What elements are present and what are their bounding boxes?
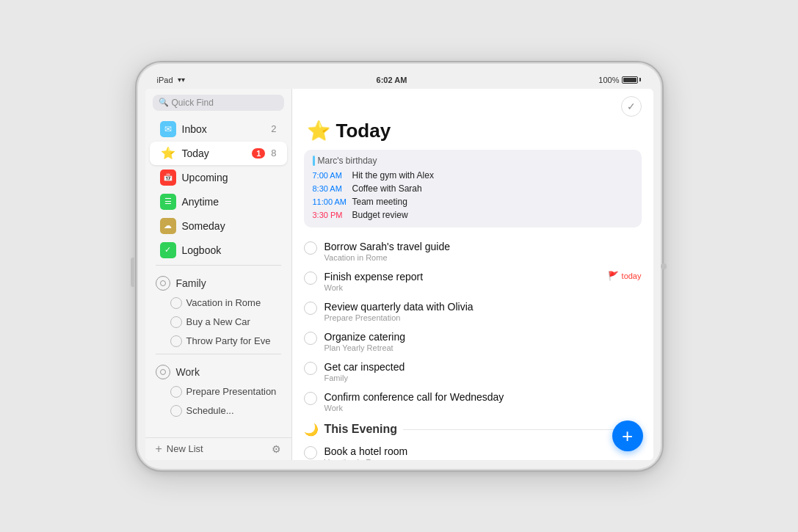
schedule-item-2: 11:00 AM Team meeting	[313, 195, 633, 208]
device-label: iPad	[157, 76, 173, 84]
inbox-label: Inbox	[182, 123, 266, 135]
wifi-icon: ▾▾	[178, 76, 185, 84]
list-item-throw-party[interactable]: Throw Party for Eve	[145, 332, 291, 351]
list-bullet	[170, 297, 182, 309]
task-checkbox[interactable]	[304, 272, 317, 285]
list-item-prepare-presentation[interactable]: Prepare Presentation	[145, 382, 291, 401]
list-bullet	[170, 335, 182, 347]
task-checkbox[interactable]	[304, 446, 317, 459]
task-text-wrap: Review quarterly data with Olivia Prepar…	[324, 301, 642, 322]
sidebar-item-today[interactable]: ⭐ Today 1 8	[150, 142, 287, 165]
evening-divider	[403, 429, 641, 430]
task-title: Confirm conference call for Wednesday	[324, 391, 642, 403]
plus-icon: +	[622, 426, 633, 445]
today-section-title: ⭐ Today	[292, 120, 653, 150]
task-subtitle: Vacation in Rome	[324, 458, 642, 460]
task-checkbox[interactable]	[304, 392, 317, 405]
clock: 6:02 AM	[377, 76, 407, 84]
schedule-time: 8:30 AM	[313, 184, 348, 193]
someday-icon: ☁	[160, 218, 176, 234]
evening-section-header: 🌙 This Evening	[292, 417, 653, 441]
sidebar-item-logbook[interactable]: ✓ Logbook	[150, 238, 287, 262]
family-group-label: Family	[176, 277, 206, 289]
today-badge: 1	[252, 148, 265, 158]
new-list-label[interactable]: New List	[167, 443, 267, 454]
work-group-icon	[156, 365, 170, 379]
new-list-plus-icon: +	[156, 442, 162, 456]
task-text-wrap: Organize catering Plan Yearly Retreat	[324, 331, 642, 352]
birthday-dot	[313, 156, 315, 166]
task-item-4[interactable]: Get car inspected Family	[292, 357, 653, 387]
camera	[661, 263, 667, 269]
task-item-5[interactable]: Confirm conference call for Wednesday Wo…	[292, 387, 653, 417]
task-text-wrap: Borrow Sarah's travel guide Vacation in …	[324, 241, 642, 262]
task-text-wrap: Finish expense report Work	[324, 271, 601, 292]
main-content: ✓ ⭐ Today Marc's birthday 7:00 AM Hit th…	[292, 89, 653, 460]
inbox-count: 2	[271, 123, 276, 134]
sidebar-divider-2	[156, 354, 281, 354]
task-checkbox[interactable]	[304, 241, 317, 255]
settings-icon[interactable]: ⚙	[272, 443, 281, 455]
list-item-buy-new-car[interactable]: Buy a New Car	[145, 313, 291, 332]
task-checkbox[interactable]	[304, 302, 317, 315]
battery-icon	[622, 76, 641, 84]
list-item-label: Vacation in Rome	[186, 297, 261, 308]
today-count: 8	[271, 147, 276, 158]
list-item-label: Schedule...	[186, 405, 234, 416]
ipad-content: 🔍 Quick Find ✉ Inbox 2 ⭐ Today 1 8	[145, 89, 653, 460]
search-placeholder: Quick Find	[172, 98, 214, 108]
task-subtitle: Work	[324, 404, 642, 412]
flag-icon: 🚩	[608, 271, 619, 281]
list-item-vacation-in-rome[interactable]: Vacation in Rome	[145, 294, 291, 313]
chevron-down-icon: ✓	[627, 101, 636, 112]
search-bar: 🔍 Quick Find	[145, 89, 291, 117]
sidebar-item-upcoming[interactable]: 📅 Upcoming	[150, 166, 287, 189]
task-item-0[interactable]: Borrow Sarah's travel guide Vacation in …	[292, 236, 653, 266]
ipad-frame: iPad ▾▾ 6:02 AM 100% 🔍 Quick Find	[135, 61, 664, 472]
schedule-time: 7:00 AM	[313, 171, 348, 180]
schedule-event: Team meeting	[352, 197, 407, 207]
schedule-block: Marc's birthday 7:00 AM Hit the gym with…	[304, 150, 642, 227]
list-item-schedule[interactable]: Schedule...	[145, 401, 291, 420]
task-subtitle: Family	[324, 374, 642, 382]
list-item-label: Prepare Presentation	[186, 386, 277, 397]
side-button	[131, 258, 134, 287]
task-checkbox[interactable]	[304, 362, 317, 375]
upcoming-label: Upcoming	[182, 172, 277, 183]
task-text-wrap: Get car inspected Family	[324, 361, 642, 382]
status-right: 100%	[598, 76, 641, 84]
sidebar-item-inbox[interactable]: ✉ Inbox 2	[150, 117, 287, 141]
collapse-button[interactable]: ✓	[621, 96, 642, 117]
task-item-2[interactable]: Review quarterly data with Olivia Prepar…	[292, 296, 653, 327]
birthday-label: Marc's birthday	[318, 156, 377, 166]
task-item-1[interactable]: Finish expense report Work 🚩 today	[292, 266, 653, 296]
task-flag-badge: 🚩 today	[608, 271, 642, 281]
sidebar-item-someday[interactable]: ☁ Someday	[150, 214, 287, 238]
schedule-item-1: 8:30 AM Coffee with Sarah	[313, 182, 633, 195]
task-title: Get car inspected	[324, 361, 642, 373]
sidebar-item-anytime[interactable]: ☰ Anytime	[150, 190, 287, 214]
schedule-time-pm: 3:30 PM	[313, 211, 348, 219]
schedule-item-3: 3:30 PM Budget review	[313, 208, 633, 222]
sidebar-nav: ✉ Inbox 2 ⭐ Today 1 8 📅 Upcoming	[145, 117, 291, 437]
section-family[interactable]: Family	[145, 269, 291, 294]
schedule-event: Budget review	[352, 210, 408, 220]
sidebar-footer: + New List ⚙	[145, 437, 291, 460]
search-icon: 🔍	[159, 98, 169, 107]
task-text-wrap: Book a hotel room Vacation in Rome	[324, 445, 642, 460]
status-left: iPad ▾▾	[157, 76, 185, 84]
task-subtitle: Prepare Presentation	[324, 313, 642, 322]
list-bullet	[170, 405, 182, 417]
schedule-time: 11:00 AM	[313, 197, 348, 206]
task-title: Organize catering	[324, 331, 642, 343]
task-title: Borrow Sarah's travel guide	[324, 241, 642, 252]
add-task-button[interactable]: +	[612, 420, 643, 451]
list-item-label: Throw Party for Eve	[186, 335, 271, 346]
logbook-icon: ✓	[160, 242, 176, 258]
section-work[interactable]: Work	[145, 357, 291, 382]
evening-task-0[interactable]: Book a hotel room Vacation in Rome	[292, 441, 653, 460]
task-item-3[interactable]: Organize catering Plan Yearly Retreat	[292, 327, 653, 357]
evening-label: This Evening	[324, 423, 398, 436]
task-checkbox[interactable]	[304, 332, 317, 345]
search-input-wrap[interactable]: 🔍 Quick Find	[153, 95, 284, 111]
